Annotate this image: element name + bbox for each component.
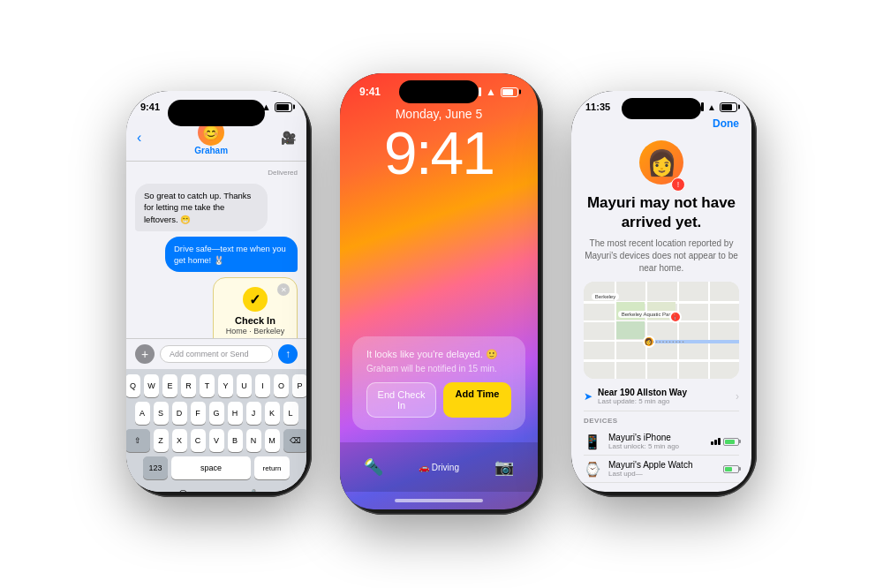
key-r[interactable]: R [181,374,196,397]
key-i[interactable]: I [255,374,270,397]
key-v[interactable]: V [209,429,224,452]
map-route-dots: • • • • • • • • • • • [649,341,727,343]
findmy-headline: Mayuri may not have arrived yet. [584,193,739,232]
attachment-button[interactable]: + [135,344,155,364]
location-row[interactable]: ➤ Near 190 Allston Way Last update: 5 mi… [584,382,739,411]
device-signals-watch [723,465,739,473]
key-t[interactable]: T [200,374,215,397]
key-u[interactable]: U [237,374,252,397]
key-x[interactable]: X [172,429,187,452]
key-f[interactable]: F [191,402,206,425]
notif-buttons: End Check In Add Time [366,382,511,418]
key-m[interactable]: M [265,429,280,452]
device-battery-watch [723,465,739,473]
person-avatar-container: 👩 ! [639,135,683,190]
key-shift[interactable]: ⇧ [126,429,150,452]
key-a[interactable]: A [135,402,150,425]
end-checkin-button[interactable]: End Check In [366,382,436,418]
findmy-subtext: The most recent location reported by May… [584,237,739,275]
phone-messages: 9:41 ▲ ‹ 😊 Graham 🎥 Deliver [126,91,312,497]
key-k[interactable]: K [265,402,280,425]
key-return[interactable]: return [254,456,290,479]
dictation-icon[interactable]: 🎤 [247,489,256,493]
ls-clock: 9:41 [340,123,538,183]
phone-lockscreen: 9:41 ▲ Monday, June 5 9:41 [340,73,543,515]
keyboard-row-4: 123 space return [130,456,303,479]
key-n[interactable]: N [246,429,261,452]
key-w[interactable]: W [144,374,159,397]
findmy-content: 👩 ! Mayuri may not have arrived yet. The… [571,135,751,492]
key-backspace[interactable]: ⌫ [283,429,307,452]
device-info-iphone: Mayuri's iPhone Last unlock: 5 min ago [608,433,704,450]
key-p[interactable]: P [292,374,306,397]
map-label-aquatic: Berkeley Aquatic Park [618,311,677,318]
time: 9:41 [140,102,160,112]
device-status-iphone: Last unlock: 5 min ago [608,442,704,450]
map-pin-red: 📍 [669,311,682,323]
watch-icon: ⌚ [584,461,601,478]
key-l[interactable]: L [283,402,298,425]
checkin-card: ✕ ✓ Check In Home · BerkeleyAround 11:00… [213,277,298,338]
map-road-v2 [645,282,647,379]
ls-dock-icons: 🚗 Driving [419,463,459,472]
iphone-icon: 📱 [584,433,601,450]
device-row-iphone: 📱 Mayuri's iPhone Last unlock: 5 min ago [584,428,739,456]
done-button[interactable]: Done [713,117,739,130]
key-z[interactable]: Z [154,429,169,452]
map-road-v4 [708,282,710,379]
key-o[interactable]: O [274,374,289,397]
key-b[interactable]: B [228,429,243,452]
key-numbers[interactable]: 123 [143,456,168,479]
device-row-watch: ⌚ Mayuri's Apple Watch Last upd— [584,456,739,483]
contact-name[interactable]: Graham [194,146,228,155]
findmy-wifi-icon: ▲ [707,102,716,112]
add-time-button[interactable]: Add Time [443,382,511,418]
key-g[interactable]: G [209,402,224,425]
ls-time: 9:41 [359,86,381,98]
device-name-watch: Mayuri's Apple Watch [608,460,716,470]
keyboard-row-2: A S D F G H J K L [130,402,303,425]
messages-area: Delivered So great to catch up. Thanks f… [126,162,306,338]
location-update-time: Last update: 5 min ago [598,397,687,405]
message-input-bar: + Add comment or Send ↑ [126,338,306,369]
message-input[interactable]: Add comment or Send [160,345,273,363]
device-battery-iphone [723,438,739,446]
key-q[interactable]: Q [126,374,140,397]
ls-dock: 🔦 🚗 Driving 📷 [340,442,538,492]
dynamic-island [168,100,265,126]
lockscreen-screen: 9:41 ▲ Monday, June 5 9:41 [340,73,538,509]
notif-subtitle: Graham will be notified in 15 min. [366,364,511,373]
camera-button[interactable]: 📷 [488,451,520,483]
location-chevron-icon: › [736,390,739,403]
devices-section: DEVICES 📱 Mayuri's iPhone Last unlock: 5… [584,417,739,483]
checkin-icon: ✓ [243,287,268,312]
key-d[interactable]: D [172,402,187,425]
message-received-1: So great to catch up. Thanks for letting… [135,184,268,231]
checkin-close-button[interactable]: ✕ [277,283,290,296]
delivered-status: Delivered [135,169,298,177]
driving-icon: 🚗 Driving [419,463,459,472]
dynamic-island-2 [399,80,479,103]
key-h[interactable]: H [228,402,243,425]
key-e[interactable]: E [162,374,177,397]
devices-label: DEVICES [584,417,739,425]
dynamic-island-3 [622,98,701,119]
send-button[interactable]: ↑ [278,344,298,364]
location-arrow-icon: ➤ [584,390,592,403]
key-y[interactable]: Y [218,374,233,397]
map-road-h2 [584,320,739,322]
map-container[interactable]: Berkeley Berkeley Aquatic Park 📍 👩 • • •… [584,282,739,379]
key-c[interactable]: C [191,429,206,452]
key-space[interactable]: space [171,456,251,479]
back-button[interactable]: ‹ [137,130,141,146]
flashlight-button[interactable]: 🔦 [358,451,389,483]
map-block-2 [616,321,645,339]
keyboard: Q W E R T Y U I O P A S D F G H J K L [126,369,306,492]
video-call-button[interactable]: 🎥 [281,131,296,145]
key-s[interactable]: S [154,402,169,425]
checkin-detail: Home · BerkeleyAround 11:00 PM [224,326,286,338]
key-j[interactable]: J [246,402,261,425]
emoji-button[interactable]: ☺ [177,486,189,492]
keyboard-row-1: Q W E R T Y U I O P [130,374,303,397]
map-label-berkeley: Berkeley [592,293,619,300]
